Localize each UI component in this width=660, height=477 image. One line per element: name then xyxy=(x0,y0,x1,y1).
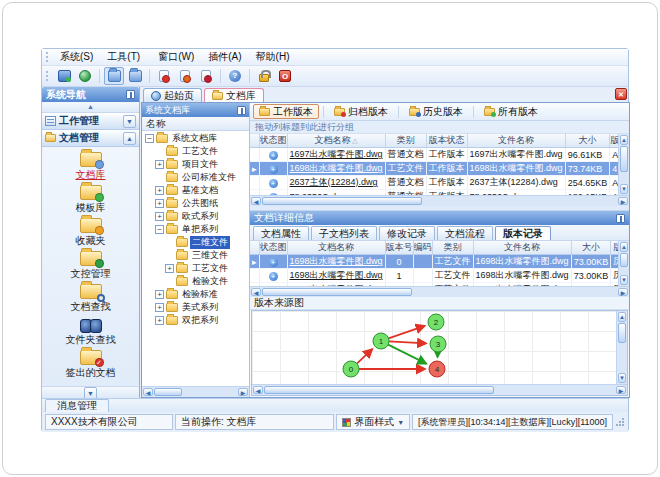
scroll-down-icon[interactable]: ▼ xyxy=(618,373,626,383)
tree-node-单把系列[interactable]: −单把系列 xyxy=(142,223,249,236)
button-历史版本[interactable]: 历史版本 xyxy=(403,104,469,119)
tree-node-工艺文件[interactable]: 工艺文件 xyxy=(142,145,249,158)
chevron-down-icon[interactable]: ▼ xyxy=(123,115,136,128)
column-header-状态图[interactable]: 状态图 xyxy=(259,241,287,255)
pin-icon[interactable] xyxy=(616,214,625,223)
table-row[interactable]: +2637主体(12284).dwg普通文档工作版本2637主体(12284).… xyxy=(250,176,618,190)
version-graph-canvas[interactable]: 01234 xyxy=(252,311,616,384)
scrollbar-thumb[interactable] xyxy=(262,288,412,296)
toolbar-button-open-folder[interactable] xyxy=(104,67,124,85)
tab-子文档列表[interactable]: 子文档列表 xyxy=(311,226,377,240)
sidebar-item-文档库[interactable]: 文档库 xyxy=(76,152,106,182)
toolbar-button-checkout-doc[interactable] xyxy=(154,67,174,85)
table-row[interactable]: ▸+1698出水嘴零件图.dwg工艺文件工作版本1698出水嘴零件图.dwg73… xyxy=(250,162,618,176)
toolbar-button-exit[interactable]: O xyxy=(275,67,295,85)
sidebar-group-文档管理[interactable]: 文档管理▲ xyxy=(42,130,139,147)
tree-node-工艺文件[interactable]: +工艺文件 xyxy=(142,262,249,275)
menu-item-3[interactable]: 窗口(W) xyxy=(151,50,201,63)
scroll-right-icon[interactable]: ▶ xyxy=(238,388,248,396)
menu-item-4[interactable]: 插件(A) xyxy=(201,50,248,63)
expand-icon[interactable]: + xyxy=(155,303,164,312)
sidebar-item-收藏夹[interactable]: 收藏夹 xyxy=(76,218,106,248)
tree-column-header[interactable]: 名称 xyxy=(142,117,249,131)
graph-horizontal-scrollbar[interactable]: ◀ ▶ xyxy=(252,384,627,395)
drag-handle[interactable] xyxy=(46,71,49,81)
scrollbar-thumb[interactable] xyxy=(264,386,494,394)
tree-node-二维文件[interactable]: 二维文件 xyxy=(142,236,249,249)
scroll-left-icon[interactable]: ◀ xyxy=(251,197,261,205)
collapse-icon[interactable]: − xyxy=(145,134,154,143)
toolbar-button-cancel-doc[interactable] xyxy=(196,67,216,85)
tree-horizontal-scrollbar[interactable]: ◀ ▶ xyxy=(142,386,249,397)
button-工作版本[interactable]: 工作版本 xyxy=(253,104,319,119)
expand-icon[interactable]: + xyxy=(155,186,164,195)
drag-handle[interactable] xyxy=(46,52,49,62)
tree-node-公共图纸[interactable]: +公共图纸 xyxy=(142,197,249,210)
sidebar-group-工作管理[interactable]: 工作管理▼ xyxy=(42,113,139,130)
sidebar-more-button[interactable]: ▼ xyxy=(42,386,139,398)
column-header-文件名称[interactable]: 文件名称 xyxy=(473,241,571,255)
sidebar-item-文控管理[interactable]: 文控管理 xyxy=(71,251,111,281)
toolbar-button-folder-view[interactable] xyxy=(125,67,145,85)
graph-vertical-scrollbar[interactable]: ▲ ▼ xyxy=(616,311,627,384)
menu-item-5[interactable]: 帮助(H) xyxy=(249,50,297,63)
toolbar-button-globe[interactable] xyxy=(75,67,95,85)
menu-item-2[interactable]: 工具(T) xyxy=(100,50,147,63)
tab-修改记录[interactable]: 修改记录 xyxy=(379,226,435,240)
toolbar-button-help[interactable]: ? xyxy=(225,67,245,85)
scrollbar-thumb[interactable] xyxy=(154,388,182,396)
column-header-状态图[interactable]: 状态图 xyxy=(259,134,287,148)
column-header-编码[interactable]: 编码 xyxy=(413,241,432,255)
scroll-up-icon[interactable]: ▲ xyxy=(620,135,628,145)
scrollbar-thumb[interactable] xyxy=(620,146,628,172)
toolbar-button-lock[interactable] xyxy=(254,67,274,85)
scroll-left-icon[interactable]: ◀ xyxy=(143,388,153,396)
tree-node-检验文件[interactable]: 检验文件 xyxy=(142,275,249,288)
column-header-类别[interactable]: 类别 xyxy=(432,241,473,255)
column-header-版本状态[interactable]: 版本状态 xyxy=(426,134,467,148)
tree-node-双把系列[interactable]: +双把系列 xyxy=(142,314,249,327)
pin-icon[interactable] xyxy=(126,90,135,99)
tab-文档库[interactable]: 文档库 xyxy=(204,88,264,102)
expand-icon[interactable]: + xyxy=(155,160,164,169)
column-header-文档名称[interactable]: 文档名称 △ xyxy=(287,134,385,148)
tab-起始页[interactable]: 起始页 xyxy=(143,88,202,102)
documents-vertical-scrollbar[interactable]: ▲ ▼ xyxy=(618,134,629,195)
column-header-版本号[interactable]: 版本号 xyxy=(385,241,413,255)
sidebar-item-签出的文档[interactable]: ✓签出的文档 xyxy=(66,350,116,380)
button-归档版本[interactable]: 归档版本 xyxy=(328,104,394,119)
column-header-大小[interactable]: 大小 xyxy=(565,134,610,148)
close-icon[interactable]: ✕ xyxy=(615,88,627,100)
tree-node-系统文档库[interactable]: −系统文档库 xyxy=(142,132,249,145)
expand-icon[interactable]: + xyxy=(155,290,164,299)
expand-icon[interactable]: + xyxy=(155,212,164,221)
tree-node-美式系列[interactable]: +美式系列 xyxy=(142,301,249,314)
scroll-right-icon[interactable]: ▶ xyxy=(618,197,628,205)
scrollbar-thumb[interactable] xyxy=(262,197,422,205)
scroll-up-icon[interactable]: ▲ xyxy=(620,242,628,252)
sidebar-item-文件夹查找[interactable]: 文件夹查找 xyxy=(66,317,116,347)
sidebar-item-文档查找[interactable]: 文档查找 xyxy=(71,284,111,314)
toolbar-button-checkin-doc[interactable] xyxy=(175,67,195,85)
scroll-left-icon[interactable]: ◀ xyxy=(251,288,261,296)
sidebar-item-模板库[interactable]: 模板库 xyxy=(76,185,106,215)
column-header-文件名称[interactable]: 文件名称 xyxy=(467,134,565,148)
tree-node-三维文件[interactable]: 三维文件 xyxy=(142,249,249,262)
table-row[interactable]: +1698出水嘴零件图.dwg2工艺文件1698出水嘴零件图.dwg73.00K… xyxy=(250,283,618,287)
tree-node-欧式系列[interactable]: +欧式系列 xyxy=(142,210,249,223)
expand-icon[interactable]: + xyxy=(155,199,164,208)
column-header-文档名称[interactable]: 文档名称 xyxy=(287,241,385,255)
ui-style-selector[interactable]: 界面样式 ▼ xyxy=(336,414,410,430)
table-row[interactable]: +1698出水嘴零件图.dwg1工艺文件1698出水嘴零件图.dwg73.00K… xyxy=(250,269,618,283)
table-row[interactable]: +1697出水嘴零件图.dwg普通文档工作版本1697出水嘴零件图.dwg96.… xyxy=(250,148,618,162)
versions-horizontal-scrollbar[interactable]: ◀ ▶ xyxy=(250,286,629,297)
scroll-right-icon[interactable]: ▶ xyxy=(616,386,626,394)
column-header-大小[interactable]: 大小 xyxy=(571,241,611,255)
menu-item-1[interactable]: 系统(S) xyxy=(53,50,100,63)
scroll-up-icon[interactable]: ▲ xyxy=(618,312,626,322)
collapse-icon[interactable]: − xyxy=(155,225,164,234)
tree-node-检验标准[interactable]: +检验标准 xyxy=(142,288,249,301)
tree-node-项目文件[interactable]: +项目文件 xyxy=(142,158,249,171)
documents-horizontal-scrollbar[interactable]: ◀ ▶ xyxy=(250,195,629,206)
scroll-down-icon[interactable]: ▼ xyxy=(620,275,628,285)
